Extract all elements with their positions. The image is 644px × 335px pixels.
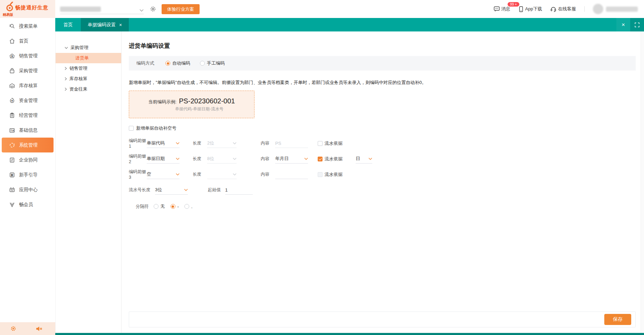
serial-basis-label: 流水依据 xyxy=(325,140,343,147)
prefix-row-1: 编码前缀1 单据代码 长度 2位 内容 PS xyxy=(129,136,636,151)
svg-text:$: $ xyxy=(11,55,13,57)
radio-separator-none[interactable]: 无 xyxy=(154,203,165,210)
start-value-label: 起始值 xyxy=(208,187,222,193)
subnav-group-label: 资金往来 xyxy=(69,86,87,92)
trial-industry-plan-button[interactable]: 体验行业方案 xyxy=(162,4,200,14)
example-label: 当前编码示例: xyxy=(148,99,177,105)
svg-text:¥: ¥ xyxy=(11,99,13,102)
sidebar-item-member[interactable]: 畅会员 xyxy=(0,197,55,212)
separator-dash-label: - xyxy=(177,204,179,209)
app-download-item[interactable]: App下载 xyxy=(519,6,542,12)
tab-doc-code-settings-active[interactable]: 单据编码设置 × xyxy=(81,18,129,31)
content-label: 内容 xyxy=(261,156,272,162)
serial-length-value: 3位 xyxy=(155,187,162,193)
prefix-row-3: 编码前缀3 空 长度 内容 xyxy=(129,167,636,182)
subnav-group-sales[interactable]: 销售管理 xyxy=(56,63,121,74)
checkbox-unchecked-icon[interactable] xyxy=(318,141,323,146)
sidebar-item-funds[interactable]: ¥ 资金管理 xyxy=(0,93,55,108)
prefix2-select[interactable]: 单据日期 xyxy=(147,154,180,164)
subnav-group-inventory[interactable]: 库存核算 xyxy=(56,74,121,84)
prefix2-serial-basis-checkbox[interactable]: 流水依据 xyxy=(318,156,344,162)
radio-manual-coding[interactable]: 手工编码 xyxy=(200,60,225,66)
sidebar-item-search-menu[interactable]: 搜索菜单 xyxy=(0,19,55,34)
brand-area: 畅捷通好生意 精易版 xyxy=(0,0,55,18)
save-bar: 保存 xyxy=(129,311,636,327)
prefix2-label: 编码前缀2 xyxy=(129,153,147,164)
checkbox-unchecked-icon[interactable] xyxy=(129,126,134,131)
code-example-box: 当前编码示例: PS-20230602-001 单据代码-单据日期-流水号 xyxy=(129,91,254,118)
sidebar-item-collaboration[interactable]: 企业协同 xyxy=(0,152,55,167)
account-selector[interactable] xyxy=(60,4,144,14)
sidebar-item-operations[interactable]: 经营管理 xyxy=(0,108,55,123)
prefix3-value: 空 xyxy=(147,171,151,177)
subnav-group-label: 采购管理 xyxy=(70,45,88,51)
save-button[interactable]: 保存 xyxy=(604,314,631,325)
prefix1-serial-basis-checkbox[interactable]: 流水依据 xyxy=(318,140,344,147)
chevron-down-icon xyxy=(368,158,372,160)
secondary-sidebar: 采购管理 进货单 销售管理 库存核算 资金往来 xyxy=(55,31,122,333)
scrollbar-track[interactable] xyxy=(641,31,644,333)
messages-label: 消息 xyxy=(501,6,510,12)
subnav-group-purchase[interactable]: 采购管理 xyxy=(56,43,121,53)
settings-gear-icon[interactable] xyxy=(150,6,156,12)
prefix3-select[interactable]: 空 xyxy=(147,170,180,179)
radio-separator-dot[interactable]: . xyxy=(184,204,193,209)
username-redacted xyxy=(606,7,638,12)
inventory-warehouse-icon xyxy=(9,83,15,89)
baseinfo-card-icon: A xyxy=(9,127,15,133)
footer-gear-icon[interactable] xyxy=(10,326,16,332)
prefix2-serial-unit-select[interactable]: 日 xyxy=(356,154,372,164)
separator-dot-label: . xyxy=(191,204,193,209)
start-value-input[interactable]: 1 xyxy=(225,185,253,195)
sidebar-item-system-active[interactable]: 系统管理 xyxy=(2,138,54,152)
online-support-item[interactable]: 在线客服 xyxy=(550,6,576,12)
fullscreen-icon xyxy=(635,22,640,27)
fullscreen-button[interactable] xyxy=(630,18,644,31)
serial-length-label: 流水号长度 xyxy=(129,187,155,193)
sidebar-item-sales[interactable]: $ 销售管理 xyxy=(0,48,55,63)
tab-close-icon[interactable]: × xyxy=(119,22,122,27)
subnav-item-purchase-order-active[interactable]: 进货单 xyxy=(56,53,121,63)
checkbox-checked-icon[interactable] xyxy=(318,157,323,161)
message-count-badge: 99 + xyxy=(508,2,519,7)
sidebar-item-label: 经营管理 xyxy=(19,112,38,119)
subnav-group-funds[interactable]: 资金往来 xyxy=(56,84,121,94)
sidebar-item-beginner-guide[interactable]: 新 新手引导 xyxy=(0,167,55,182)
collaboration-board-icon xyxy=(9,157,15,163)
close-all-tabs-button[interactable]: × xyxy=(616,18,630,31)
prefix2-content-select[interactable]: 年月日 xyxy=(275,154,308,164)
prefix1-content-input-disabled: PS xyxy=(275,139,308,148)
sidebar-item-base-info[interactable]: A 基础信息 xyxy=(0,123,55,138)
radio-auto-coding[interactable]: 自动编码 xyxy=(165,60,190,66)
member-v-icon xyxy=(9,202,15,208)
prefix3-label: 编码前缀3 xyxy=(129,169,147,180)
messages-item[interactable]: 消息 99 + xyxy=(494,6,510,12)
prefix1-content-value: PS xyxy=(275,141,281,146)
tab-home[interactable]: 首页 xyxy=(55,18,81,31)
chevron-down-icon xyxy=(176,158,180,160)
sidebar-item-home[interactable]: 首页 xyxy=(0,34,55,48)
chevron-right-icon xyxy=(65,87,67,91)
main-panel: 进货单编码设置 编码方式 自动编码 手工编码 新增单据时，"单据编码"自动生成，… xyxy=(122,31,644,333)
coding-method-label: 编码方式 xyxy=(136,60,154,66)
prefix-row-2: 编码前缀2 单据日期 长度 8位 内容 年月日 xyxy=(129,151,636,167)
message-bubble-icon xyxy=(494,6,500,12)
autofill-gap-checkbox-row[interactable]: 新增单据自动补空号 xyxy=(129,125,636,131)
radio-unselected-icon xyxy=(200,61,205,66)
sidebar-item-app-center[interactable]: 应用中心 xyxy=(0,182,55,197)
prefix2-serial-unit-value: 日 xyxy=(356,156,360,162)
footer-speaker-icon[interactable] xyxy=(36,326,42,332)
prefix2-length-select-disabled: 8位 xyxy=(207,154,237,164)
chevron-down-icon xyxy=(140,9,144,12)
home-icon xyxy=(9,38,15,44)
chevron-down-icon xyxy=(304,158,308,160)
sidebar-item-inventory[interactable]: 库存核算 xyxy=(0,78,55,93)
serial-length-select[interactable]: 3位 xyxy=(155,185,188,195)
user-account-redacted[interactable] xyxy=(593,4,638,14)
sidebar-item-purchase[interactable]: 采购管理 xyxy=(0,63,55,78)
prefix3-content-input[interactable] xyxy=(275,170,308,179)
prefix3-length-select-disabled xyxy=(207,170,237,179)
prefix1-select[interactable]: 单据代码 xyxy=(147,139,180,148)
radio-separator-dash[interactable]: - xyxy=(171,204,179,209)
chevron-down-icon xyxy=(233,142,237,145)
